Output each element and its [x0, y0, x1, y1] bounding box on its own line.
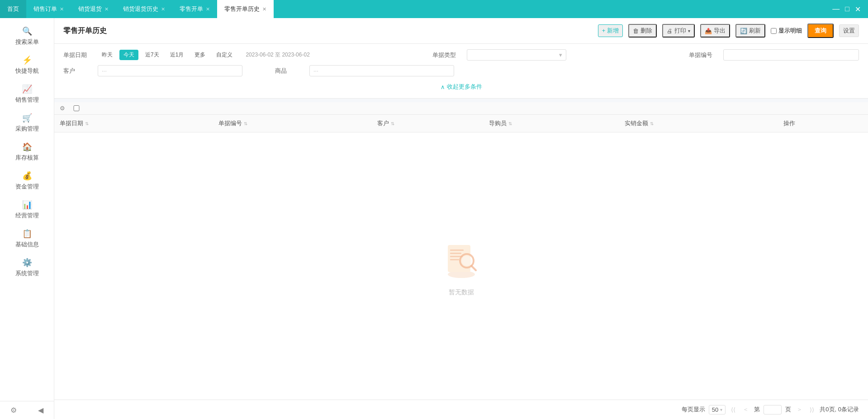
tab-close-sales-return-history[interactable]: ✕ [161, 6, 165, 12]
filter-row-2: 客户 ··· 商品 ··· [63, 65, 859, 76]
collapse-button[interactable]: ∧ 收起更多条件 [441, 81, 482, 93]
date-range: 2023-06-02 至 2023-06-02 [246, 51, 309, 59]
svg-line-8 [471, 266, 476, 270]
tab-label-sales-return-history: 销货退货历史 [123, 5, 158, 13]
sidebar-item-sales[interactable]: 📈 销售管理 [0, 80, 54, 108]
col-header-date[interactable]: 单据日期⇅ [54, 115, 213, 132]
tab-sales-return[interactable]: 销货退货✕ [71, 0, 116, 18]
sidebar-label-quick-nav: 快捷导航 [15, 67, 39, 75]
sidebar-item-system[interactable]: ⚙️ 系统管理 [0, 253, 54, 282]
sidebar-item-quick-nav[interactable]: ⚡ 快捷导航 [0, 51, 54, 80]
svg-rect-2 [450, 250, 464, 251]
sidebar-item-basic-info[interactable]: 📋 基础信息 [0, 224, 54, 253]
customer-input[interactable]: ··· [98, 65, 242, 76]
product-placeholder: ··· [313, 67, 318, 74]
filter-row-1: 单据日期 昨天今天近7天近1月更多自定义 2023-06-02 至 2023-0… [63, 49, 859, 61]
per-page-select[interactable]: 50 ▾ [709, 405, 726, 414]
settings-button[interactable]: 设置 [839, 24, 859, 37]
date-btn-last1m[interactable]: 近1月 [166, 50, 188, 60]
col-header-amount[interactable]: 实销金额⇅ [619, 115, 778, 132]
empty-illustration [439, 236, 484, 281]
sidebar-label-system: 系统管理 [15, 269, 39, 278]
header-row: 单据日期⇅单据编号⇅客户⇅导购员⇅实销金额⇅操作 [54, 115, 868, 132]
sidebar-label-inventory: 库存核算 [15, 154, 39, 162]
minimize-button[interactable]: — [832, 5, 840, 13]
total-records: 共0页, 0条记录 [820, 405, 859, 414]
col-header-customer[interactable]: 客户⇅ [372, 115, 484, 132]
tab-close-sales-order[interactable]: ✕ [60, 6, 64, 12]
sidebar-label-sales: 销售管理 [15, 96, 39, 104]
doc-type-select[interactable]: ▾ [467, 49, 566, 61]
sidebar-label-finance: 资金管理 [15, 183, 39, 191]
system-icon: ⚙️ [22, 258, 32, 268]
window-controls: — □ ✕ [832, 5, 868, 14]
settings-icon[interactable]: ⚙ [10, 406, 17, 414]
top-nav: 首页销售订单✕销货退货✕销货退货历史✕零售开单✕零售开单历史✕ — □ ✕ [0, 0, 868, 18]
close-button[interactable]: ✕ [855, 5, 861, 14]
tab-close-retail-open[interactable]: ✕ [206, 6, 210, 12]
tab-home[interactable]: 首页 [0, 0, 26, 18]
main-layout: 🔍 搜索采单⚡ 快捷导航📈 销售管理🛒 采购管理🏠 库存核算💰 资金管理📊 经营… [0, 18, 868, 419]
date-btn-more[interactable]: 更多 [190, 50, 209, 60]
sidebar-item-inventory[interactable]: 🏠 库存核算 [0, 137, 54, 166]
svg-point-7 [462, 256, 472, 266]
purchase-icon: 🛒 [22, 113, 32, 123]
tab-close-retail-history[interactable]: ✕ [262, 6, 266, 12]
maximize-button[interactable]: □ [845, 5, 849, 13]
tab-label-sales-order: 销售订单 [33, 5, 57, 13]
refresh-button[interactable]: 🔄 刷新 [735, 24, 765, 38]
pagination: 每页显示 50 ▾ ⟨⟨ ＜ 第 1 页 ＞ ⟩⟩ 共0页, 0条记录 [54, 400, 868, 419]
tab-sales-order[interactable]: 销售订单✕ [26, 0, 71, 18]
sidebar-label-operations: 经营管理 [15, 212, 39, 220]
display-detail-checkbox[interactable] [771, 28, 777, 34]
doc-number-label: 单据编号 [689, 51, 716, 59]
tab-retail-open[interactable]: 零售开单✕ [172, 0, 217, 18]
svg-rect-5 [450, 259, 459, 260]
display-detail-toggle[interactable]: 显示明细 [771, 27, 802, 35]
sidebar-item-search[interactable]: 🔍 搜索采单 [0, 22, 54, 51]
sort-icon-amount: ⇅ [650, 121, 654, 126]
customer-label: 客户 [63, 67, 90, 75]
col-header-number[interactable]: 单据编号⇅ [213, 115, 372, 132]
page-input[interactable]: 1 [764, 405, 782, 414]
doc-number-input[interactable] [723, 49, 859, 61]
tab-sales-return-history[interactable]: 销货退货历史✕ [116, 0, 172, 18]
first-page-btn[interactable]: ⟨⟨ [729, 405, 737, 414]
sidebar-item-operations[interactable]: 📊 经营管理 [0, 195, 54, 224]
col-header-salesperson[interactable]: 导购员⇅ [484, 115, 619, 132]
per-page-value: 50 [712, 406, 718, 413]
search-button[interactable]: 查询 [807, 24, 834, 38]
toolbar: + 新增 🗑 删除 🖨 打印 ▾ 📤 导出 🔄 刷新 [598, 24, 859, 38]
product-input[interactable]: ··· [309, 65, 454, 76]
empty-state: 暂无数据 [54, 132, 868, 400]
tab-label-retail-history: 零售开单历史 [224, 5, 260, 13]
select-all-checkbox[interactable] [70, 105, 83, 111]
tab-close-sales-return[interactable]: ✕ [104, 6, 109, 12]
per-page-label: 每页显示 [682, 405, 705, 414]
table-settings-icon[interactable]: ⚙ [60, 105, 65, 112]
prev-page-btn[interactable]: ＜ [741, 405, 750, 414]
date-btn-last7[interactable]: 近7天 [141, 50, 163, 60]
doc-type-label: 单据类型 [432, 51, 460, 59]
next-page-btn[interactable]: ＞ [795, 405, 804, 414]
svg-rect-3 [450, 253, 461, 254]
date-btn-yesterday[interactable]: 昨天 [98, 50, 117, 60]
tab-retail-history[interactable]: 零售开单历史✕ [217, 0, 274, 18]
page-title: 零售开单历史 [63, 26, 107, 36]
sidebar-item-purchase[interactable]: 🛒 采购管理 [0, 108, 54, 137]
doc-number-field[interactable] [727, 52, 855, 58]
sidebar-item-finance[interactable]: 💰 资金管理 [0, 166, 54, 195]
collapse-sidebar-icon[interactable]: ◀ [38, 406, 43, 414]
add-button[interactable]: + 新增 [598, 24, 623, 37]
sort-icon-date: ⇅ [85, 121, 89, 126]
export-button[interactable]: 📤 导出 [700, 24, 730, 38]
export-icon: 📤 [705, 28, 712, 34]
date-btn-custom[interactable]: 自定义 [212, 50, 237, 60]
date-btn-today[interactable]: 今天 [119, 50, 138, 60]
delete-button[interactable]: 🗑 删除 [628, 24, 657, 38]
last-page-btn[interactable]: ⟩⟩ [808, 405, 816, 414]
print-icon: 🖨 [667, 28, 673, 34]
print-button[interactable]: 🖨 打印 ▾ [662, 24, 695, 38]
table-toolbar: ⚙ [54, 102, 868, 115]
quick-nav-icon: ⚡ [22, 55, 32, 65]
